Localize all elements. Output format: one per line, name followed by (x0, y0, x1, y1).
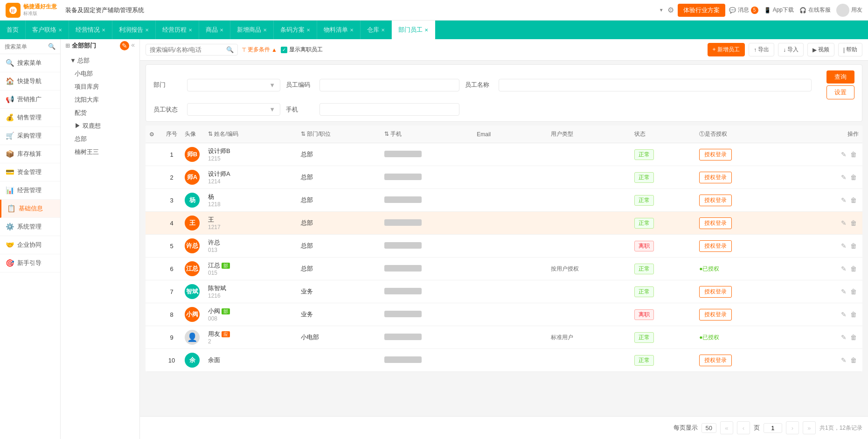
left-nav-item-营销推广[interactable]: 📢营销推广 (0, 91, 60, 109)
query-button[interactable]: 查询 (826, 70, 854, 84)
nav-tab-仓库[interactable]: 仓库 ✕ (361, 21, 392, 39)
app-download-btn[interactable]: 📱 App下载 (764, 6, 794, 14)
auth-button[interactable]: 授权登录 (699, 149, 732, 160)
tab-close-icon[interactable]: ✕ (350, 28, 354, 33)
nav-tab-客户联络[interactable]: 客户联络 ✕ (26, 21, 69, 39)
tab-close-icon[interactable]: ✕ (424, 28, 428, 33)
tab-close-icon[interactable]: ✕ (188, 28, 192, 33)
delete-icon[interactable]: 🗑 (848, 195, 859, 205)
edit-icon[interactable]: ✎ (839, 287, 848, 296)
th-name-code[interactable]: ⇅ 姓名/编码 (204, 125, 297, 143)
emp-code-input[interactable] (319, 79, 459, 91)
tab-close-icon[interactable]: ✕ (263, 28, 267, 33)
edit-icon[interactable]: ✎ (839, 173, 848, 182)
nav-tab-新增商品[interactable]: 新增商品 ✕ (230, 21, 274, 39)
edit-icon[interactable]: ✎ (839, 241, 848, 251)
dept-edit-btn[interactable]: ✎ (120, 41, 129, 50)
delete-icon[interactable]: 🗑 (848, 333, 859, 342)
first-page-btn[interactable]: « (720, 421, 733, 434)
dept-node[interactable]: 小电部 (61, 67, 139, 80)
message-btn[interactable]: 💬 消息 5 (729, 6, 758, 14)
emp-name-input[interactable] (499, 79, 812, 91)
prev-page-btn[interactable]: ‹ (737, 421, 750, 434)
left-nav-item-采购管理[interactable]: 🛒采购管理 (0, 127, 60, 145)
delete-icon[interactable]: 🗑 (848, 173, 859, 182)
delete-icon[interactable]: 🗑 (848, 150, 859, 159)
tab-close-icon[interactable]: ✕ (102, 28, 105, 33)
dept-node[interactable]: 总部 (61, 132, 139, 146)
phone-input[interactable] (319, 103, 459, 116)
left-nav-item-销售管理[interactable]: 💰销售管理 (0, 109, 60, 127)
help-button[interactable]: | 帮助 (838, 43, 862, 56)
tab-close-icon[interactable]: ✕ (381, 28, 385, 33)
import-button[interactable]: ↓ 导入 (778, 43, 804, 56)
nav-tab-经营情况[interactable]: 经营情况 ✕ (69, 21, 112, 39)
th-phone[interactable]: ⇅ 手机 (381, 125, 473, 143)
left-nav-item-快捷导航[interactable]: 🏠快捷导航 (0, 72, 60, 91)
left-nav-item-搜索菜单[interactable]: 🔍搜索菜单 (0, 54, 60, 72)
page-input[interactable] (764, 423, 782, 433)
delete-icon[interactable]: 🗑 (848, 241, 859, 251)
dept-node[interactable]: ▼ 总部 (61, 54, 139, 67)
nav-tab-部门员工[interactable]: 部门员工 ✕ (392, 21, 435, 39)
dept-node[interactable]: 沈阳大库 (61, 93, 139, 106)
nav-tab-利润报告[interactable]: 利润报告 ✕ (112, 21, 156, 39)
search-submit-icon[interactable]: 🔍 (226, 46, 234, 53)
filter-btn[interactable]: ⊤ 更多条件 ▲ (242, 46, 277, 54)
dept-node[interactable]: 配货 (61, 106, 139, 119)
tab-close-icon[interactable]: ✕ (220, 28, 223, 33)
left-nav-item-经营管理[interactable]: 📊经营管理 (0, 181, 60, 200)
next-page-btn[interactable]: › (786, 421, 799, 434)
nav-tab-商品[interactable]: 商品 ✕ (199, 21, 230, 39)
th-settings[interactable]: ⚙ (146, 125, 162, 143)
last-page-btn[interactable]: » (803, 421, 816, 434)
dept-node[interactable]: 楠树王三 (61, 146, 139, 159)
experience-button[interactable]: 体验行业方案 (678, 4, 725, 17)
settings-icon[interactable]: ⚙ (667, 6, 674, 14)
edit-icon[interactable]: ✎ (839, 264, 848, 273)
search-input[interactable] (150, 46, 224, 53)
dept-node[interactable]: ▶ 双鹿想 (61, 119, 139, 132)
page-size-value[interactable]: 50 (701, 423, 716, 433)
left-nav-item-资金管理[interactable]: 💳资金管理 (0, 163, 60, 181)
left-nav-item-基础信息[interactable]: 📋基础信息 (0, 200, 60, 218)
auth-button[interactable]: 授权登录 (699, 240, 732, 252)
tab-close-icon[interactable]: ✕ (58, 28, 62, 33)
status-select[interactable]: ▼ (187, 103, 280, 116)
tab-close-icon[interactable]: ✕ (306, 28, 310, 33)
auth-button[interactable]: 授权登录 (699, 286, 732, 298)
edit-icon[interactable]: ✎ (839, 333, 848, 342)
auth-button[interactable]: 授权登录 (699, 217, 732, 229)
user-area[interactable]: 用友 (836, 4, 862, 17)
dept-node[interactable]: 项目库房 (61, 80, 139, 93)
delete-icon[interactable]: 🗑 (848, 310, 859, 319)
delete-icon[interactable]: 🗑 (848, 218, 859, 228)
auth-button[interactable]: 授权登录 (699, 355, 732, 366)
nav-tab-经营历程[interactable]: 经营历程 ✕ (156, 21, 199, 39)
delete-icon[interactable]: 🗑 (848, 264, 859, 273)
nav-tab-条码方案[interactable]: 条码方案 ✕ (274, 21, 317, 39)
left-nav-item-系统管理[interactable]: ⚙️系统管理 (0, 218, 60, 236)
left-nav-item-库存核算[interactable]: 📦库存核算 (0, 145, 60, 163)
left-nav-item-企业协同[interactable]: 🤝企业协同 (0, 236, 60, 254)
online-service-btn[interactable]: 🎧 在线客服 (799, 6, 831, 14)
dept-select[interactable]: ▼ (187, 79, 280, 91)
auth-button[interactable]: 授权登录 (699, 172, 732, 183)
nav-tab-物料清单[interactable]: 物料清单 ✕ (317, 21, 361, 39)
search-menu-input[interactable] (5, 43, 46, 50)
view-button[interactable]: ▶ 视频 (807, 43, 834, 56)
tab-close-icon[interactable]: ✕ (145, 28, 149, 33)
left-nav-item-新手引导[interactable]: 🎯新手引导 (0, 254, 60, 272)
export-button[interactable]: ↑ 导出 (749, 43, 774, 56)
auth-button[interactable]: 授权登录 (699, 195, 732, 206)
nav-tab-首页[interactable]: 首页 (0, 21, 26, 39)
edit-icon[interactable]: ✎ (839, 218, 848, 228)
auth-button[interactable]: 授权登录 (699, 309, 732, 321)
set-button[interactable]: 设置 (826, 85, 854, 99)
dept-collapse-btn[interactable]: « (131, 41, 135, 50)
delete-icon[interactable]: 🗑 (848, 287, 859, 296)
delete-icon[interactable]: 🗑 (848, 355, 859, 365)
show-resign-toggle[interactable]: ✓ 显示离职员工 (281, 46, 323, 54)
edit-icon[interactable]: ✎ (839, 355, 848, 365)
th-dept[interactable]: ⇅ 部门/职位 (297, 125, 381, 143)
